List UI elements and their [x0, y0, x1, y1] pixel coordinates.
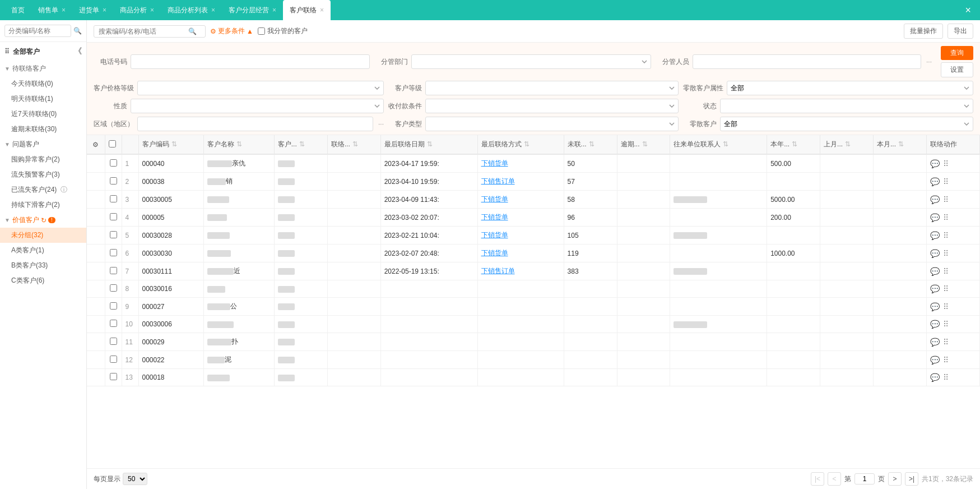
th-name[interactable]: 客户名称⇅	[204, 135, 275, 154]
grid-action-icon[interactable]: ⠿	[943, 320, 949, 329]
sidebar-search-input[interactable]	[4, 25, 71, 37]
phone-input[interactable]	[131, 54, 370, 69]
last-method-link[interactable]: 下销售订单	[481, 177, 515, 185]
price-level-select[interactable]	[137, 81, 384, 95]
prev-page-button[interactable]: <	[828, 472, 841, 486]
sidebar-item-a-class[interactable]: A类客户(1)	[0, 243, 86, 258]
th-type[interactable]: 客户...⇅	[274, 135, 327, 154]
reset-button[interactable]: 设置	[941, 62, 973, 77]
sidebar-score-section[interactable]: ▼ 价值客户 ↻ !	[0, 213, 86, 228]
th-days[interactable]: 未联...⇅	[564, 135, 617, 154]
close-customer-tier-tab[interactable]: ×	[272, 6, 276, 14]
close-customer-contact-tab[interactable]: ×	[320, 6, 324, 14]
grid-action-icon[interactable]: ⠿	[943, 338, 949, 347]
th-last-month[interactable]: 上月...⇅	[820, 135, 874, 154]
sidebar-all-customers[interactable]: ⠿ 全部客户 《	[0, 42, 86, 61]
grid-action-icon[interactable]: ⠿	[943, 231, 949, 240]
chat-icon[interactable]: 💬	[930, 249, 940, 258]
query-button[interactable]: 查询	[941, 46, 973, 60]
chat-icon[interactable]: 💬	[930, 267, 940, 276]
first-page-button[interactable]: |<	[811, 472, 824, 486]
filter-search-input[interactable]	[99, 27, 188, 35]
sidebar-item-overdue[interactable]: 逾期未联络(30)	[0, 122, 86, 137]
settings-gear-icon[interactable]: ⚙	[92, 141, 99, 149]
last-method-link[interactable]: 下销货单	[481, 195, 508, 203]
retail-attr-select[interactable]: 全部	[727, 81, 973, 95]
nav-tab-sales[interactable]: 销售单 ×	[31, 0, 72, 20]
close-sales-tab[interactable]: ×	[62, 6, 66, 14]
row-checkbox[interactable]	[110, 373, 117, 380]
grid-action-icon[interactable]: ⠿	[943, 302, 949, 311]
close-analysis-tab[interactable]: ×	[150, 6, 154, 14]
region-input[interactable]	[137, 117, 373, 131]
close-analysis-list-tab[interactable]: ×	[211, 6, 215, 14]
chat-icon[interactable]: 💬	[930, 231, 940, 240]
sidebar-item-c-class[interactable]: C类客户(6)	[0, 273, 86, 288]
chat-icon[interactable]: 💬	[930, 177, 940, 186]
customer-level-select[interactable]	[425, 81, 679, 95]
th-code[interactable]: 客户编码⇅	[138, 135, 204, 154]
row-checkbox[interactable]	[110, 338, 117, 345]
last-method-link[interactable]: 下销货单	[481, 249, 508, 257]
region-more-icon[interactable]: ···	[378, 120, 384, 128]
sidebar-item-ungroup[interactable]: 未分组(32)	[0, 228, 86, 243]
th-settings[interactable]: ⚙	[87, 135, 105, 154]
th-unit[interactable]: 往来单位联系人⇅	[670, 135, 767, 154]
per-page-select[interactable]: 50	[123, 473, 147, 485]
nav-tab-purchase[interactable]: 进货单 ×	[72, 0, 113, 20]
grid-action-icon[interactable]: ⠿	[943, 267, 949, 276]
close-purchase-tab[interactable]: ×	[103, 6, 106, 14]
last-method-link[interactable]: 下销货单	[481, 231, 508, 239]
th-overdue[interactable]: 逾期...⇅	[617, 135, 670, 154]
row-checkbox[interactable]	[110, 284, 117, 292]
sidebar-item-tomorrow[interactable]: 明天待联络(1)	[0, 91, 86, 107]
nav-tab-analysis-list[interactable]: 商品分析列表 ×	[161, 0, 222, 20]
grid-action-icon[interactable]: ⠿	[943, 373, 949, 382]
sidebar-item-declining[interactable]: 持续下滑客户(2)	[0, 197, 86, 213]
row-checkbox[interactable]	[110, 159, 117, 167]
customer-type-select[interactable]	[425, 117, 679, 131]
row-checkbox[interactable]	[110, 320, 117, 327]
export-button[interactable]: 导出	[948, 24, 973, 39]
sidebar-item-b-class[interactable]: B类客户(33)	[0, 258, 86, 273]
grid-action-icon[interactable]: ⠿	[943, 177, 949, 186]
chat-icon[interactable]: 💬	[930, 320, 940, 329]
th-last-date[interactable]: 最后联络日期⇅	[380, 135, 477, 154]
chat-icon[interactable]: 💬	[930, 356, 940, 365]
filter-my-customers[interactable]: 我分管的客户	[258, 26, 308, 36]
payment-select[interactable]	[425, 99, 679, 113]
chat-icon[interactable]: 💬	[930, 213, 940, 222]
row-checkbox[interactable]	[110, 356, 117, 363]
score-refresh-icon[interactable]: ↻	[41, 216, 47, 224]
row-checkbox[interactable]	[110, 177, 117, 184]
last-page-button[interactable]: >|	[905, 472, 918, 486]
select-all-checkbox[interactable]	[109, 140, 116, 147]
sidebar-item-churn-warning[interactable]: 流失预警客户(3)	[0, 167, 86, 182]
grid-action-icon[interactable]: ⠿	[943, 356, 949, 365]
nav-close-button[interactable]: ×	[960, 4, 976, 16]
th-last-method[interactable]: 最后联络方式⇅	[477, 135, 564, 154]
sidebar-item-7days[interactable]: 近7天待联络(0)	[0, 107, 86, 122]
chat-icon[interactable]: 💬	[930, 373, 940, 382]
person-input[interactable]	[693, 54, 921, 69]
filter-more-conditions[interactable]: ⚙ 更多条件 ▲	[210, 26, 253, 36]
row-checkbox[interactable]	[110, 267, 117, 274]
dept-select[interactable]	[411, 54, 651, 69]
row-checkbox[interactable]	[110, 249, 117, 256]
row-checkbox[interactable]	[110, 213, 117, 220]
grid-action-icon[interactable]: ⠿	[943, 159, 949, 168]
row-checkbox[interactable]	[110, 195, 117, 202]
batch-ops-button[interactable]: 批量操作	[904, 24, 943, 39]
chat-icon[interactable]: 💬	[930, 195, 940, 204]
chat-icon[interactable]: 💬	[930, 302, 940, 311]
next-page-button[interactable]: >	[888, 472, 902, 486]
chat-icon[interactable]: 💬	[930, 284, 940, 293]
gender-select[interactable]	[131, 99, 384, 113]
retail-customer-select[interactable]: 全部	[720, 117, 973, 131]
filter-search-icon[interactable]: 🔍	[188, 27, 197, 35]
sidebar-problem-section[interactable]: ▼ 问题客户	[0, 137, 86, 152]
grid-action-icon[interactable]: ⠿	[943, 195, 949, 204]
sidebar-search-icon[interactable]: 🔍	[73, 27, 82, 35]
sidebar-item-today[interactable]: 今天待联络(0)	[0, 76, 86, 91]
grid-action-icon[interactable]: ⠿	[943, 213, 949, 222]
